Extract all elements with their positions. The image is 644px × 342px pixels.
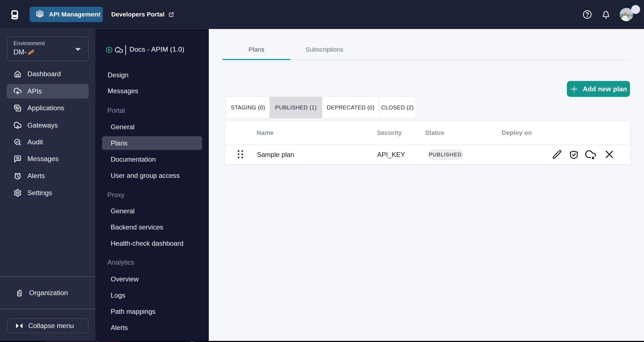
help-button[interactable] (582, 9, 592, 20)
sidebar-item-dashboard[interactable]: Dashboard (7, 67, 89, 81)
bell-icon (601, 10, 611, 19)
api-menu-item-label: Backend services (111, 223, 163, 231)
sidebar-item-label: Dashboard (27, 70, 61, 78)
api-menu-item-proxy-general[interactable]: General (102, 204, 202, 218)
sidebar-item-label: Organization (29, 289, 68, 297)
api-title: Docs - APIM (1.0) (129, 46, 184, 53)
api-menu-sidebar: Docs - APIM (1.0) Design Messages Portal… (95, 29, 209, 341)
sidebar-item-audit[interactable]: Audit (7, 135, 89, 149)
api-menu-item-label: User and group access (111, 172, 180, 180)
filter-closed[interactable]: CLOSED (2) (379, 97, 416, 118)
api-menu-item-plans[interactable]: Plans (102, 136, 202, 150)
api-menu-item-design[interactable]: Design (102, 68, 202, 82)
sidebar-item-apis[interactable]: APIs (7, 84, 89, 99)
api-menu-item-label: Overview (111, 275, 139, 283)
api-menu-section-analytics: Analytics (107, 259, 134, 266)
column-header-security: Security (377, 121, 402, 145)
api-menu-item-backend-services[interactable]: Backend services (102, 220, 202, 234)
api-menu-item-user-group-access[interactable]: User and group access (102, 169, 202, 182)
developers-portal-link[interactable]: Developers Portal (111, 0, 174, 29)
main-content: Plans Subscriptions Add new plan STAGING… (209, 29, 644, 341)
close-plan-button[interactable] (604, 149, 615, 160)
cloud-unpublish-icon (585, 149, 596, 160)
api-menu-item-overview[interactable]: Overview (102, 272, 202, 286)
api-menu-item-label: Plans (111, 139, 127, 147)
environment-value: DM- (13, 48, 35, 56)
api-menu-item-health-check[interactable]: Health-check dashboard (102, 236, 202, 250)
api-menu-item-portal-general[interactable]: General (102, 120, 202, 134)
unpublish-plan-button[interactable] (585, 149, 595, 159)
search-check-icon (13, 138, 22, 146)
topbar-actions (582, 0, 633, 29)
sidebar-item-label: Messages (27, 155, 59, 163)
left-sidebar: Environment DM- Dashboard (0, 29, 95, 341)
api-menu-section-portal: Portal (107, 107, 125, 114)
plan-tabs: Plans Subscriptions (222, 29, 630, 60)
sidebar-item-label: Applications (27, 104, 64, 112)
api-menu-item-path-mappings[interactable]: Path mappings (102, 305, 202, 318)
api-menu-item-label: Alerts (111, 324, 128, 332)
pencil-icon (552, 149, 562, 160)
collapse-icon (15, 323, 23, 329)
drag-handle-icon[interactable] (237, 149, 244, 159)
avatar-status-dot (631, 5, 640, 14)
notifications-button[interactable] (601, 10, 611, 19)
apim-gear-icon (35, 10, 44, 19)
plans-table: Name Security Status Deploy on Sample pl… (226, 121, 630, 164)
api-menu-item-label: General (111, 207, 134, 215)
sidebar-item-organization[interactable]: Organization (8, 286, 89, 300)
windows-stack-icon (13, 104, 22, 112)
tab-plans[interactable]: Plans (222, 29, 290, 60)
cloud-gateway-icon (13, 121, 22, 130)
home-icon (13, 70, 22, 78)
help-icon (582, 9, 592, 20)
sidebar-item-settings[interactable]: Settings (7, 186, 89, 200)
sidebar-item-label: APIs (27, 87, 42, 95)
filter-deprecated[interactable]: DEPRECATED (0) (322, 97, 379, 118)
sidebar-item-messages[interactable]: Messages (7, 152, 89, 166)
api-menu-item-label: Path mappings (111, 308, 155, 315)
plan-status-filter: STAGING (0) PUBLISHED (1) DEPRECATED (0)… (226, 97, 416, 118)
baguette-emoji-icon (27, 48, 35, 56)
shield-check-icon (569, 149, 579, 160)
api-menu-item-label: Health-check dashboard (111, 240, 183, 247)
api-menu-item-label: General (111, 123, 134, 131)
api-menu-item-label: Design (108, 71, 129, 79)
topbar: API Management Developers Portal (0, 0, 644, 29)
api-menu-item-documentation[interactable]: Documentation (102, 152, 202, 166)
column-header-name: Name (257, 121, 274, 145)
status-badge: PUBLISHED (427, 149, 463, 160)
cloud-sync-icon[interactable] (115, 46, 123, 54)
app-root: API Management Developers Portal (0, 0, 644, 342)
api-menu-section-proxy: Proxy (107, 191, 124, 199)
sidebar-item-label: Settings (27, 189, 52, 197)
edit-plan-button[interactable] (552, 149, 562, 160)
filter-staging[interactable]: STAGING (0) (226, 97, 270, 118)
tab-subscriptions[interactable]: Subscriptions (290, 29, 358, 60)
api-menu-item-messages[interactable]: Messages (102, 84, 202, 98)
api-menu-item-label: Documentation (111, 156, 156, 163)
play-status-icon[interactable] (106, 46, 113, 53)
sidebar-item-alerts[interactable]: Alerts (7, 169, 89, 183)
gravitee-logo-icon[interactable] (11, 10, 18, 20)
sidebar-divider (0, 309, 95, 309)
filter-published[interactable]: PUBLISHED (1) (270, 97, 322, 118)
api-menu-item-alerts[interactable]: Alerts (102, 321, 202, 334)
add-new-plan-label: Add new plan (583, 85, 627, 93)
user-avatar[interactable] (620, 8, 633, 21)
api-menu-item-logs[interactable]: Logs (102, 288, 202, 302)
sidebar-item-gateways[interactable]: Gateways (7, 118, 89, 133)
api-management-button[interactable]: API Management (30, 7, 103, 22)
active-tab-underline (222, 59, 290, 60)
environment-select[interactable]: Environment DM- (7, 37, 89, 61)
tab-label: Plans (248, 46, 264, 53)
alarm-clock-icon (13, 172, 22, 180)
collapse-menu-button[interactable]: Collapse menu (7, 319, 88, 333)
column-header-status: Status (425, 121, 444, 145)
policies-plan-button[interactable] (569, 149, 579, 160)
caret-down-icon (75, 48, 81, 51)
add-new-plan-button[interactable]: Add new plan (567, 81, 630, 97)
cell-plan-security: API_KEY (377, 145, 405, 164)
sidebar-item-applications[interactable]: Applications (7, 101, 89, 115)
gear-icon (13, 189, 22, 197)
